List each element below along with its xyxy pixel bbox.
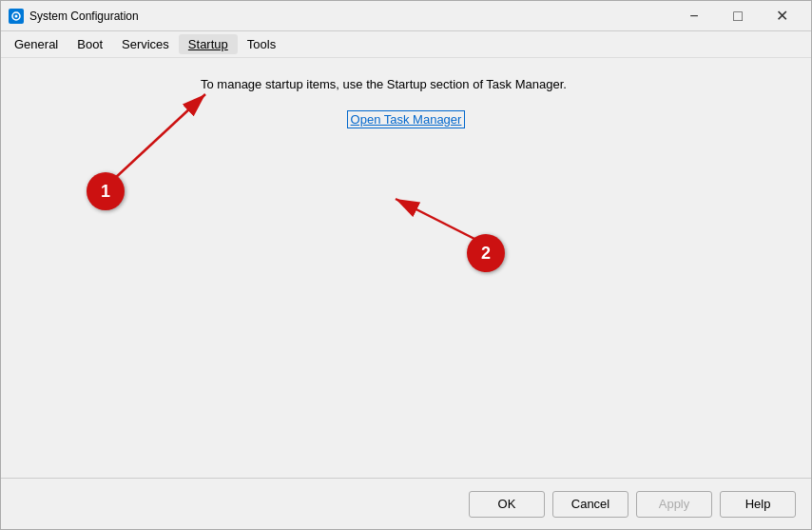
apply-button[interactable]: Apply [636, 491, 712, 518]
annotation-circle-2: 2 [467, 234, 505, 272]
menu-tools[interactable]: Tools [238, 34, 285, 54]
menu-startup[interactable]: Startup [179, 34, 238, 54]
help-button[interactable]: Help [720, 491, 796, 518]
ok-button[interactable]: OK [469, 491, 545, 518]
annotation-circle-1: 1 [87, 172, 125, 210]
menu-bar: General Boot Services Startup Tools [1, 31, 811, 58]
minimize-button[interactable]: − [672, 1, 716, 31]
open-task-manager-link[interactable]: Open Task Manager [347, 110, 466, 128]
window-controls: − □ ✕ [672, 1, 803, 31]
window-title: System Configuration [29, 10, 672, 23]
info-text: To manage startup items, use the Startup… [201, 77, 792, 91]
svg-point-1 [15, 14, 18, 17]
menu-general[interactable]: General [5, 34, 68, 54]
footer: OK Cancel Apply Help [1, 478, 811, 529]
svg-line-5 [396, 199, 478, 241]
menu-services[interactable]: Services [112, 34, 179, 54]
close-button[interactable]: ✕ [760, 1, 803, 31]
system-configuration-window: System Configuration − □ ✕ General Boot … [0, 0, 812, 530]
title-bar: System Configuration − □ ✕ [1, 1, 811, 31]
cancel-button[interactable]: Cancel [552, 491, 628, 518]
content-area: To manage startup items, use the Startup… [1, 58, 811, 478]
maximize-button[interactable]: □ [716, 1, 760, 31]
menu-boot[interactable]: Boot [68, 34, 112, 54]
svg-line-4 [113, 94, 205, 180]
window-icon [9, 9, 24, 24]
